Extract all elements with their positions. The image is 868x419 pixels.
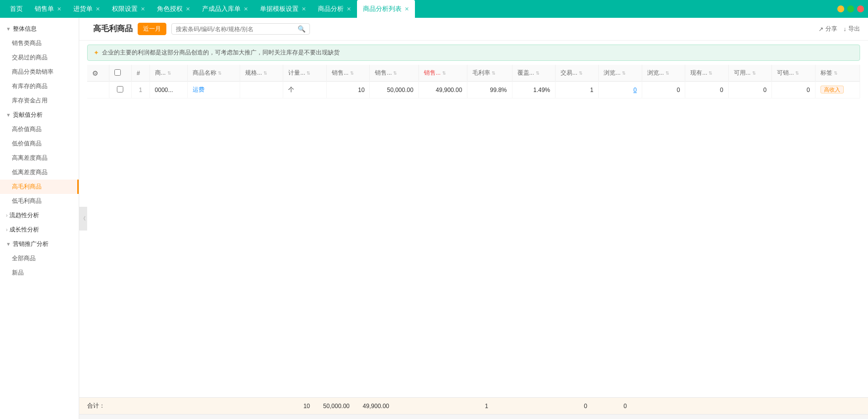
- search-box: 🔍: [171, 23, 310, 35]
- col-unit[interactable]: 计量... ⇅: [283, 65, 326, 82]
- sort-icon-code: ⇅: [167, 71, 171, 76]
- export-button[interactable]: ↓ 导出: [843, 25, 860, 33]
- search-input[interactable]: [176, 26, 295, 33]
- sidebar-item-high-deviation[interactable]: 高离差度商品: [0, 151, 79, 165]
- sidebar-item-low-margin[interactable]: 低毛利商品: [0, 194, 79, 208]
- row-code-cell: 0000...: [150, 82, 187, 98]
- nav-product-analysis-list[interactable]: 商品分析列表 ✕: [357, 0, 415, 18]
- row-name-cell[interactable]: 运费: [188, 82, 240, 98]
- sort-icon-gross-margin: ⇅: [492, 71, 496, 76]
- footer-spacer3: [176, 403, 206, 410]
- col-sales-qty[interactable]: 销售... ⇅: [326, 65, 369, 82]
- col-sales-profit[interactable]: 销售... ⇅: [418, 65, 467, 82]
- content-area: 《 高毛利商品 近一月 🔍 ↗ 分享 ↓ 导出 ✦: [79, 18, 868, 419]
- col-coverage[interactable]: 覆盖... ⇅: [512, 65, 555, 82]
- sort-icon-spec: ⇅: [263, 71, 267, 76]
- nav-template-settings[interactable]: 单据模板设置 ✕: [254, 0, 312, 18]
- row-checkbox[interactable]: [117, 86, 123, 93]
- col-settings[interactable]: ⚙: [87, 65, 109, 82]
- minimize-button[interactable]: −: [837, 5, 844, 12]
- sidebar-item-high-value[interactable]: 高价值商品: [0, 122, 79, 137]
- col-code[interactable]: 商... ⇅: [150, 65, 187, 82]
- sidebar-item-all-goods[interactable]: 全部商品: [0, 251, 79, 266]
- row-sellable-cell: 0: [772, 82, 815, 98]
- sidebar-item-low-value[interactable]: 低价值商品: [0, 137, 79, 151]
- col-spec[interactable]: 规格... ⇅: [240, 65, 283, 82]
- window-controls: − □ ✕: [837, 5, 864, 12]
- col-tag[interactable]: 标签 ⇅: [815, 65, 860, 82]
- col-available[interactable]: 可用... ⇅: [728, 65, 771, 82]
- footer-spacer2: [152, 403, 176, 410]
- sidebar-group-trend[interactable]: › 流趋性分析: [0, 208, 79, 223]
- col-current-stock[interactable]: 现有... ⇅: [685, 65, 728, 82]
- sidebar-item-stock-capital[interactable]: 库存资金占用: [0, 93, 79, 108]
- sidebar-group-contribution[interactable]: ▼ 贡献值分析: [0, 108, 79, 122]
- main-layout: ▼ 整体信息 销售类商品 交易过的商品 商品分类助销率 有库存的商品 库存资金占…: [0, 18, 868, 419]
- footer-total: 合计： 10 50,000.00 49,900.00 1 0 0: [79, 397, 868, 414]
- footer-sales-qty: 10: [275, 403, 315, 410]
- nav-product-analysis[interactable]: 商品分析 ✕: [312, 0, 357, 18]
- sidebar-item-low-deviation[interactable]: 低离差度商品: [0, 165, 79, 180]
- arrow-contribution: ▼: [6, 112, 11, 118]
- row-spec-cell: [240, 82, 283, 98]
- close-template-settings[interactable]: ✕: [302, 6, 306, 12]
- select-all-checkbox[interactable]: [114, 69, 121, 76]
- footer-spacer4: [206, 403, 236, 410]
- header-actions: ↗ 分享 ↓ 导出: [818, 25, 860, 33]
- nav-home[interactable]: 首页: [4, 0, 29, 18]
- col-browse2[interactable]: 浏览... ⇅: [642, 65, 685, 82]
- col-sales-amount[interactable]: 销售... ⇅: [370, 65, 419, 82]
- sidebar-group-growth[interactable]: › 成长性分析: [0, 223, 79, 237]
- sidebar-group-marketing[interactable]: ▼ 营销推广分析: [0, 237, 79, 251]
- col-gross-margin[interactable]: 毛利率 ⇅: [467, 65, 512, 82]
- close-permission-settings[interactable]: ✕: [141, 6, 145, 12]
- col-browse1[interactable]: 浏览... ⇅: [599, 65, 642, 82]
- nav-purchase-order[interactable]: 进货单 ✕: [67, 0, 106, 18]
- search-icon[interactable]: 🔍: [298, 25, 306, 33]
- row-gross-margin-cell: 99.8%: [467, 82, 512, 98]
- col-name[interactable]: 商品名称 ⇅: [188, 65, 240, 82]
- sort-icon-current-stock: ⇅: [709, 71, 713, 76]
- row-browse1-cell[interactable]: 0: [599, 82, 642, 98]
- share-button[interactable]: ↗ 分享: [818, 25, 837, 33]
- row-current-stock-cell: 0: [685, 82, 728, 98]
- close-product-analysis-list[interactable]: ✕: [405, 6, 409, 12]
- col-checkbox[interactable]: [109, 65, 131, 82]
- sidebar-item-sales-goods[interactable]: 销售类商品: [0, 36, 79, 50]
- close-product-analysis[interactable]: ✕: [347, 6, 351, 12]
- sidebar-item-new-goods[interactable]: 新品: [0, 266, 79, 280]
- export-icon: ↓: [843, 26, 846, 33]
- nav-permission-settings[interactable]: 权限设置 ✕: [106, 0, 151, 18]
- table-row: 1 0000... 运费 个 10 50,000.00 49,900.00 99…: [87, 82, 860, 98]
- footer-spacer9: [523, 403, 553, 410]
- sidebar: ▼ 整体信息 销售类商品 交易过的商品 商品分类助销率 有库存的商品 库存资金占…: [0, 18, 79, 419]
- table-container: ⚙ # 商... ⇅: [87, 65, 860, 397]
- sidebar-group-overall[interactable]: ▼ 整体信息: [0, 22, 79, 36]
- close-purchase-order[interactable]: ✕: [96, 6, 100, 12]
- close-sales-order[interactable]: ✕: [57, 6, 61, 12]
- close-product-inbound[interactable]: ✕: [244, 6, 248, 12]
- row-checkbox-cell[interactable]: [109, 82, 131, 98]
- sort-icon-sales-qty: ⇅: [350, 71, 354, 76]
- sidebar-item-high-margin[interactable]: 高毛利商品: [0, 180, 79, 194]
- row-tag-cell[interactable]: 高收入: [815, 82, 860, 98]
- sidebar-item-category-rate[interactable]: 商品分类助销率: [0, 65, 79, 79]
- nav-product-inbound[interactable]: 产成品入库单 ✕: [196, 0, 254, 18]
- nav-sales-order[interactable]: 销售单 ✕: [29, 0, 67, 18]
- row-browse2-cell: 0: [642, 82, 685, 98]
- row-sales-qty-cell: 10: [326, 82, 369, 98]
- sidebar-item-in-stock-goods[interactable]: 有库存的商品: [0, 79, 79, 93]
- sidebar-item-traded-goods[interactable]: 交易过的商品: [0, 50, 79, 65]
- col-trade-count[interactable]: 交易... ⇅: [555, 65, 598, 82]
- col-sellable[interactable]: 可销... ⇅: [772, 65, 815, 82]
- close-button[interactable]: ✕: [857, 5, 864, 12]
- bottom-scrollbar[interactable]: [79, 414, 868, 419]
- footer-sales-amount: 50,000.00: [315, 403, 355, 410]
- footer-spacer5: [236, 403, 275, 410]
- content-header: 高毛利商品 近一月 🔍 ↗ 分享 ↓ 导出: [79, 18, 868, 41]
- close-role-auth[interactable]: ✕: [186, 6, 190, 12]
- maximize-button[interactable]: □: [847, 5, 854, 12]
- filter-recent-month-button[interactable]: 近一月: [138, 23, 166, 35]
- sidebar-collapse-button[interactable]: 《: [79, 207, 87, 231]
- nav-role-auth[interactable]: 角色授权 ✕: [151, 0, 196, 18]
